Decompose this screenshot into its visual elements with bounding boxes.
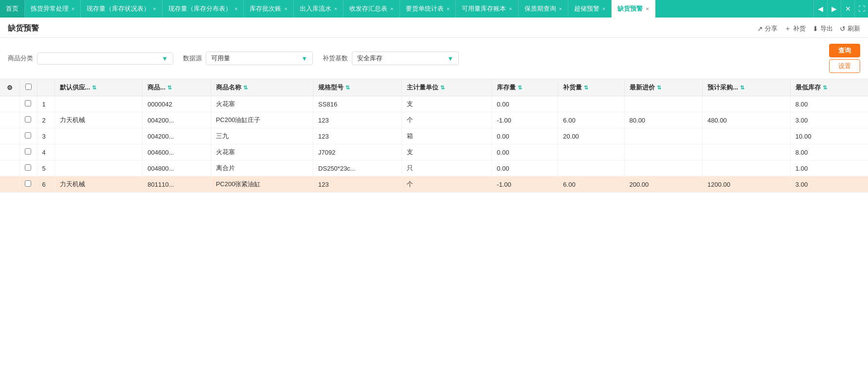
- shortage-table: ⚙ 默认供应...⇅ 商品...⇅ 商品名称⇅ 规格型号⇅ 主计量单位⇅ 库存量…: [0, 79, 868, 193]
- td-stock: 0.00: [492, 96, 558, 112]
- tab-abnormal[interactable]: 拣货异常处理×: [25, 0, 81, 18]
- tab-expiry[interactable]: 保质期查询×: [519, 0, 568, 18]
- restock-label: 补货基数: [323, 54, 348, 63]
- tab-close-stock-batch[interactable]: ×: [284, 6, 287, 12]
- tab-stock-status[interactable]: 现存量（库存状况表）×: [81, 0, 162, 18]
- tab-close-all[interactable]: ✕: [841, 0, 854, 18]
- td-spec: 123: [313, 176, 402, 193]
- th-product-name[interactable]: 商品名称⇅: [211, 79, 313, 96]
- select-all-checkbox[interactable]: [25, 84, 32, 90]
- table-row[interactable]: 6力天机械801110...PC200张紧油缸123个-1.006.00200.…: [0, 176, 868, 193]
- tab-overstock[interactable]: 超储预警×: [568, 0, 612, 18]
- td-supplier: [54, 160, 143, 176]
- td-gear: [0, 96, 19, 112]
- td-est-purchase: 480.00: [703, 112, 791, 128]
- tab-close-shortage[interactable]: ×: [646, 6, 649, 12]
- header-actions: ↗ 分享 ＋ 补货 ⬇ 导出 ↺ 刷新: [757, 24, 860, 33]
- tab-stock-dist[interactable]: 现存量（库存分布表）×: [163, 0, 244, 18]
- td-supplier: [54, 96, 143, 112]
- td-product-name: PC200油缸庄子: [211, 112, 313, 128]
- category-select[interactable]: ▼: [37, 53, 173, 65]
- tab-close-order-stat[interactable]: ×: [447, 6, 450, 12]
- datasource-value: 可用量: [211, 54, 230, 63]
- td-checkbox[interactable]: [19, 144, 37, 160]
- td-checkbox[interactable]: [19, 160, 37, 176]
- refresh-button[interactable]: ↺ 刷新: [840, 24, 860, 33]
- tab-close-recv-total[interactable]: ×: [390, 6, 393, 12]
- th-stock[interactable]: 库存量⇅: [492, 79, 558, 96]
- td-spec: 123: [313, 112, 402, 128]
- restock-filter-group: 补货基数 安全库存 ▼: [323, 52, 459, 65]
- td-est-purchase: 1200.00: [703, 176, 791, 193]
- tab-home[interactable]: 首页: [0, 0, 25, 18]
- td-est-purchase: [703, 144, 791, 160]
- tab-close-inout-flow[interactable]: ×: [334, 6, 337, 12]
- restock-button[interactable]: ＋ 补货: [784, 24, 806, 33]
- table-row[interactable]: 5004800...离合片DS250*23c...只0.001.00: [0, 160, 868, 176]
- tab-close-stock-status[interactable]: ×: [153, 6, 156, 12]
- td-unit: 箱: [402, 128, 492, 144]
- td-stock: 0.00: [492, 128, 558, 144]
- row-checkbox[interactable]: [25, 116, 31, 123]
- export-button[interactable]: ⬇ 导出: [813, 24, 833, 33]
- tab-recv-total[interactable]: 收发存汇总表×: [344, 0, 399, 18]
- restock-select[interactable]: 安全库存 ▼: [352, 52, 459, 65]
- th-settings[interactable]: ⚙: [0, 79, 19, 96]
- tab-close-overstock[interactable]: ×: [602, 6, 605, 12]
- tab-shortage[interactable]: 缺货预警×: [612, 0, 655, 18]
- supplier-sort-icon: ⇅: [92, 85, 96, 91]
- td-checkbox[interactable]: [19, 176, 37, 193]
- td-stock: -1.00: [492, 112, 558, 128]
- row-checkbox[interactable]: [25, 164, 31, 171]
- th-supplier[interactable]: 默认供应...⇅: [54, 79, 143, 96]
- tab-label-home: 首页: [6, 4, 18, 13]
- tab-close-abnormal[interactable]: ×: [72, 6, 74, 12]
- th-est-purchase[interactable]: 预计采购...⇅: [703, 79, 791, 96]
- tab-close-stock-dist[interactable]: ×: [235, 6, 237, 12]
- td-supplier: [54, 128, 143, 144]
- table-row[interactable]: 10000042火花塞SS816支0.008.00: [0, 96, 868, 112]
- tab-order-stat[interactable]: 要货单统计表×: [400, 0, 456, 18]
- th-min-stock[interactable]: 最低库存⇅: [790, 79, 868, 96]
- export-icon: ⬇: [813, 25, 818, 33]
- share-button[interactable]: ↗ 分享: [757, 24, 778, 33]
- tab-avail-ledger[interactable]: 可用量库存账本×: [456, 0, 518, 18]
- td-product-name: 三九: [211, 128, 313, 144]
- tab-expand[interactable]: ⛶: [854, 0, 868, 18]
- td-gear: [0, 144, 19, 160]
- td-spec: DS250*23c...: [313, 160, 402, 176]
- th-spec[interactable]: 规格型号⇅: [313, 79, 402, 96]
- td-checkbox[interactable]: [19, 112, 37, 128]
- th-supplier-label: 默认供应...: [60, 83, 90, 92]
- table-row[interactable]: 3004200...三九123箱0.0020.0010.00: [0, 128, 868, 144]
- row-checkbox[interactable]: [25, 132, 31, 139]
- td-min-stock: 1.00: [790, 160, 868, 176]
- tab-stock-batch[interactable]: 库存批次账×: [244, 0, 293, 18]
- row-checkbox[interactable]: [25, 100, 31, 106]
- row-checkbox[interactable]: [25, 180, 31, 187]
- datasource-select[interactable]: 可用量 ▼: [206, 52, 313, 65]
- tab-close-expiry[interactable]: ×: [559, 6, 562, 12]
- tab-scroll-right[interactable]: ▶: [827, 0, 841, 18]
- tab-inout-flow[interactable]: 出入库流水×: [294, 0, 344, 18]
- td-checkbox[interactable]: [19, 128, 37, 144]
- tab-scroll-left[interactable]: ◀: [814, 0, 827, 18]
- th-product-code[interactable]: 商品...⇅: [143, 79, 211, 96]
- th-unit[interactable]: 主计量单位⇅: [402, 79, 492, 96]
- restock-arrow-icon: ▼: [447, 55, 453, 62]
- query-button[interactable]: 查询: [829, 44, 860, 57]
- td-latest-price: [624, 160, 703, 176]
- th-restock-qty[interactable]: 补货量⇅: [558, 79, 624, 96]
- tab-close-avail-ledger[interactable]: ×: [509, 6, 512, 12]
- settings-button[interactable]: 设置: [829, 59, 860, 73]
- table-wrapper: ⚙ 默认供应...⇅ 商品...⇅ 商品名称⇅ 规格型号⇅ 主计量单位⇅ 库存量…: [0, 79, 868, 193]
- th-checkbox[interactable]: [19, 79, 37, 96]
- td-restock-qty: [558, 96, 624, 112]
- row-checkbox[interactable]: [25, 148, 31, 155]
- table-row[interactable]: 4004600...火花塞J7092支0.008.00: [0, 144, 868, 160]
- th-latest-price[interactable]: 最新进价⇅: [624, 79, 703, 96]
- td-checkbox[interactable]: [19, 96, 37, 112]
- td-product-code: 0000042: [143, 96, 211, 112]
- table-row[interactable]: 2力天机械004200...PC200油缸庄子123个-1.006.0080.0…: [0, 112, 868, 128]
- tab-label-inout-flow: 出入库流水: [300, 4, 331, 13]
